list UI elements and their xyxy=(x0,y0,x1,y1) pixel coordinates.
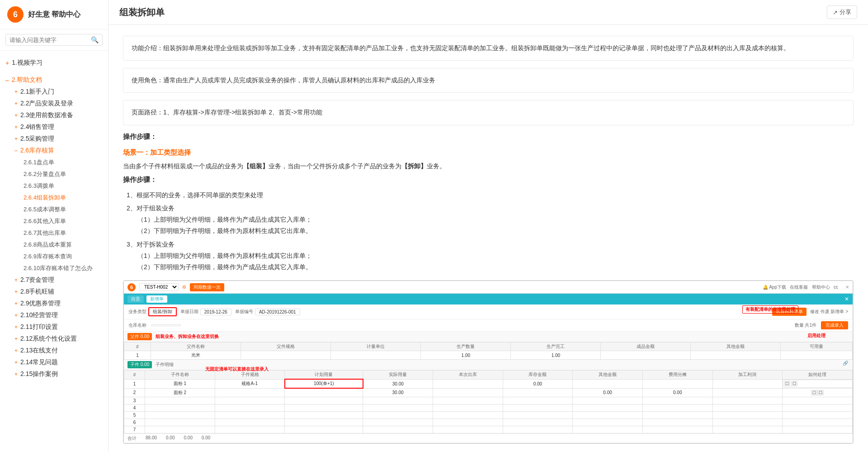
th-lower-idx: # xyxy=(124,371,145,380)
lower-table-row-5: 5 xyxy=(124,411,853,419)
sidebar-item-2610[interactable]: 2.6.10库存账本错了怎么办 xyxy=(22,262,103,274)
nav-label-finance: 2.7资金管理 xyxy=(20,276,54,284)
tab-zizhuang[interactable]: 自贡 xyxy=(127,295,144,303)
logo-area: 6 好生意 帮助中心 xyxy=(0,0,108,29)
th-upper-qty-done: 生产完工 xyxy=(511,343,601,351)
nav-label-purchase: 2.5采购管理 xyxy=(20,135,54,143)
nav-sub-header-cases[interactable]: + 2.15操作案例 xyxy=(14,368,103,380)
steps-list: 1、根据不同的业务，选择不同单据的类型来处理 2、对于组装业务 （1）上部明细为… xyxy=(123,190,854,273)
app-lower-table: # 子件名称 子件规格 计划用量 实际用量 本次出库 库存金额 其他金额 费用分… xyxy=(124,370,853,433)
sidebar-item-261[interactable]: 2.6.1盘点单 xyxy=(22,157,103,168)
app-more-actions[interactable]: 修改 作废 新增单 > xyxy=(810,309,848,315)
content-area: 功能介绍：组装拆卸单用来处理企业组装或拆卸等加工业务，支持有固定装配清单的产品加… xyxy=(108,25,868,452)
form-label-qty: 数量 共1件 xyxy=(795,322,816,328)
upper-td-amount-other-1 xyxy=(691,351,781,360)
nav-sub-header-faq[interactable]: + 2.14常见问题 xyxy=(14,357,103,368)
app-save-btn[interactable]: 完成录入 xyxy=(821,321,848,329)
lower-td-spec-1: 规格A-1 xyxy=(215,379,285,388)
search-input[interactable] xyxy=(9,37,91,43)
upper-table-row-1: 1 光米 1.00 1.00 xyxy=(124,351,853,360)
app-batch-btn[interactable]: 同期数据一次 xyxy=(190,283,224,291)
sidebar: 6 好生意 帮助中心 🔍 + 1.视频学习 – 2.帮助文档 + xyxy=(0,0,108,452)
form-input-type[interactable]: 组装/拆卸 xyxy=(148,307,177,316)
func-intro-text: 功能介绍：组装拆卸单用来处理企业组装或拆卸等加工业务，支持有固定装配清单的产品加… xyxy=(132,44,790,52)
main-area: 组装拆卸单 ↗ 分享 功能介绍：组装拆卸单用来处理企业组装或拆卸等加工业务，支持… xyxy=(108,0,868,452)
app-topbar: 6 TEST-H002 ⚙ 同期数据一次 🔔 App下载 在线客服 帮助中心 c… xyxy=(124,281,853,294)
info-block-path: 页面路径：1、库存核算->库存管理->组装拆卸单 2、首页->常用功能 xyxy=(123,100,854,125)
nav-sub-header-install[interactable]: + 2.2产品安装及登录 xyxy=(14,98,103,109)
th-upper-qty-produce: 生产数量 xyxy=(421,343,511,351)
app-id-select[interactable]: TEST-H002 xyxy=(139,283,179,291)
app-sync-btn[interactable]: ⚙ xyxy=(182,285,186,290)
sidebar-item-267[interactable]: 2.6.7其他出库单 xyxy=(22,227,103,239)
nav-section-header-video[interactable]: + 1.视频学习 xyxy=(5,57,103,69)
nav-sub-header-finance[interactable]: + 2.7资金管理 xyxy=(14,274,103,286)
app-lower-table-wrapper: # 子件名称 子件规格 计划用量 实际用量 本次出库 库存金额 其他金额 费用分… xyxy=(124,370,853,433)
th-lower-stock-amt: 库存金额 xyxy=(503,371,573,380)
lower-td-cost-1 xyxy=(642,379,712,388)
nav-sub-header-mobile[interactable]: + 2.8手机旺辅 xyxy=(14,286,103,298)
form-input-date[interactable]: 2019-12-26 xyxy=(200,309,231,315)
lower-section-icon: 🔗 xyxy=(843,361,848,366)
page-title: 组装拆卸单 xyxy=(119,6,165,19)
nav-label-mobile: 2.8手机旺辅 xyxy=(20,288,54,296)
nav-sub-header-data-prep[interactable]: + 2.3使用前数据准备 xyxy=(14,109,103,121)
form-label-type: 业务类型 xyxy=(128,309,146,315)
nav-sub-header-ops[interactable]: + 2.10经营管理 xyxy=(14,309,103,321)
sidebar-item-262[interactable]: 2.6.2分量盘点单 xyxy=(22,168,103,180)
sidebar-item-268[interactable]: 2.6.8商品成本重算 xyxy=(22,239,103,251)
sidebar-item-269[interactable]: 2.6.9库存账本查询 xyxy=(22,251,103,262)
plus-icon-ops: + xyxy=(14,312,18,319)
share-button[interactable]: ↗ 分享 xyxy=(827,5,857,19)
upper-td-unit-1 xyxy=(331,351,421,360)
upper-td-name-1: 光米 xyxy=(151,351,241,360)
app-upper-table-wrapper: # 父件名称 父件规格 计量单位 生产数量 生产完工 成品金额 其他金额 可用量 xyxy=(124,342,853,360)
nav-sub-header-online-pay[interactable]: + 2.13在线支付 xyxy=(14,345,103,357)
upper-td-spec-1 xyxy=(241,351,331,360)
logo-text: 好生意 帮助中心 xyxy=(28,10,80,19)
nav-section-header-docs[interactable]: – 2.帮助文档 xyxy=(5,74,103,86)
lower-td-stock-2 xyxy=(503,388,573,397)
step-3: 3、对于拆装业务 （1）上部明细为父件明细，最终作为原材料生成其它出库单； （2… xyxy=(127,239,854,273)
lower-td-other-1 xyxy=(573,379,643,388)
form-field-date: 单据日期 2019-12-26 xyxy=(180,309,231,315)
screenshot-container: 6 TEST-H002 ⚙ 同期数据一次 🔔 App下载 在线客服 帮助中心 c… xyxy=(123,280,854,444)
scene-title: 场景一：加工类型选择 xyxy=(123,148,854,157)
role-intro-text: 使用角色：通常由生产人员或库管人员完成拆装业务的操作，库管人员确认原材料的出库和… xyxy=(132,76,435,84)
th-upper-idx: # xyxy=(124,343,151,351)
nav-sub-header-custom[interactable]: + 2.12系统个性化设置 xyxy=(14,333,103,345)
search-box: 🔍 xyxy=(5,34,103,46)
app-bottom-totals: 合计 88.00 0.00 0.00 0.00 xyxy=(124,433,853,443)
nav-sub-header-purchase[interactable]: + 2.5采购管理 xyxy=(14,133,103,145)
tab-xinzeng[interactable]: 新增单 xyxy=(146,295,167,303)
lower-table-row-3: 3 xyxy=(124,397,853,404)
nav-label-ops: 2.10经营管理 xyxy=(20,311,58,319)
nav-sub-header-warehouse[interactable]: – 2.6库存核算 xyxy=(14,145,103,157)
form-input-num[interactable]: AD-20191226-001 xyxy=(255,309,300,315)
sidebar-item-263[interactable]: 2.6.3调拨单 xyxy=(22,180,103,192)
nav-sub-header-sales[interactable]: + 2.4销售管理 xyxy=(14,121,103,133)
upper-td-available-1 xyxy=(781,351,853,360)
th-lower-actual: 实际用量 xyxy=(363,371,433,380)
sidebar-item-264[interactable]: 2.6.4组装拆卸单 xyxy=(22,192,103,204)
annotation-qiyong: 启用处理 xyxy=(807,333,826,339)
share-icon: ↗ xyxy=(833,9,838,16)
nav-label-warehouse: 2.6库存核算 xyxy=(20,147,54,155)
topbar: 组装拆卸单 ↗ 分享 xyxy=(108,0,868,25)
form-label-date: 单据日期 xyxy=(180,309,198,315)
lower-table-row-4: 4 xyxy=(124,404,853,411)
lower-td-name-1: 面粉 1 xyxy=(145,379,215,388)
app-dialog-title: 自贡 新增单 ✕ xyxy=(124,294,853,305)
lower-table-row-2: 2 面粉 2 30.00 0.00 0.00 ☐☐ xyxy=(124,388,853,397)
app-close-btn[interactable]: ✕ xyxy=(845,285,849,290)
sidebar-item-265[interactable]: 2.6.5成本调整单 xyxy=(22,204,103,215)
dialog-close-icon[interactable]: ✕ xyxy=(844,296,849,302)
lower-td-out-1 xyxy=(433,379,503,388)
nav-sub-header-print[interactable]: + 2.11打印设置 xyxy=(14,321,103,333)
nav-sub-header-coupon[interactable]: + 2.9优惠券管理 xyxy=(14,298,103,309)
nav-sub-header-newcomer[interactable]: + 2.1新手入门 xyxy=(14,86,103,98)
form-input-warehouse[interactable] xyxy=(151,324,181,326)
search-icon[interactable]: 🔍 xyxy=(91,36,99,43)
sidebar-item-266[interactable]: 2.6.6其他入库单 xyxy=(22,215,103,227)
plus-icon-cases: + xyxy=(14,371,18,377)
